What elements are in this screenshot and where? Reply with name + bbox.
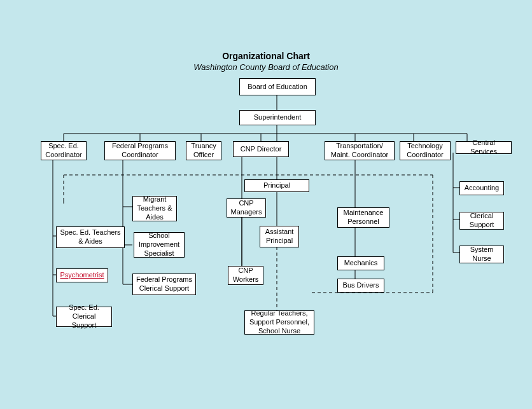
node-superintendent: Superintendent [239, 110, 316, 125]
connectors [0, 0, 532, 409]
node-maintenance-personnel: Maintenance Personnel [337, 207, 389, 228]
node-board-of-education: Board of Education [239, 78, 316, 95]
node-central-services: Central Services [456, 141, 512, 154]
node-spec-ed-coordinator: Spec. Ed. Coordinator [41, 141, 87, 160]
node-transportation-coordinator: Transportation/ Maint. Coordinator [325, 141, 395, 160]
node-technology-coordinator: Technology Coordinator [400, 141, 451, 160]
node-clerical-support: Clerical Support [459, 212, 504, 230]
node-school-improvement: School Improvement Specialist [134, 232, 185, 258]
node-principal: Principal [244, 179, 309, 192]
node-regular-teachers: Regular Teachers, Support Personnel, Sch… [244, 310, 314, 335]
node-spec-ed-clerical: Spec. Ed. Clerical Support [56, 307, 112, 327]
node-migrant-teachers: Migrant Teachers & Aides [132, 196, 177, 221]
node-federal-programs-clerical: Federal Programs Clerical Support [132, 274, 196, 295]
node-spec-ed-teachers: Spec. Ed. Teachers & Aides [56, 226, 125, 248]
node-system-nurse: System Nurse [459, 246, 504, 263]
node-cnp-managers: CNP Managers [227, 198, 266, 218]
chart-title: Organizational Chart [0, 51, 532, 61]
node-truancy-officer: Truancy Officer [186, 141, 221, 160]
node-assistant-principal: Assistant Principal [260, 226, 299, 247]
node-accounting: Accounting [459, 181, 504, 195]
node-cnp-director: CNP Director [233, 141, 289, 157]
node-mechanics: Mechanics [337, 256, 384, 270]
node-cnp-workers: CNP Workers [228, 266, 263, 285]
node-federal-programs-coordinator: Federal Programs Coordinator [104, 141, 176, 160]
chart-subtitle: Washington County Board of Education [0, 62, 532, 72]
node-psychometrist: Psychometrist [56, 268, 108, 282]
node-bus-drivers: Bus Drivers [337, 279, 384, 293]
